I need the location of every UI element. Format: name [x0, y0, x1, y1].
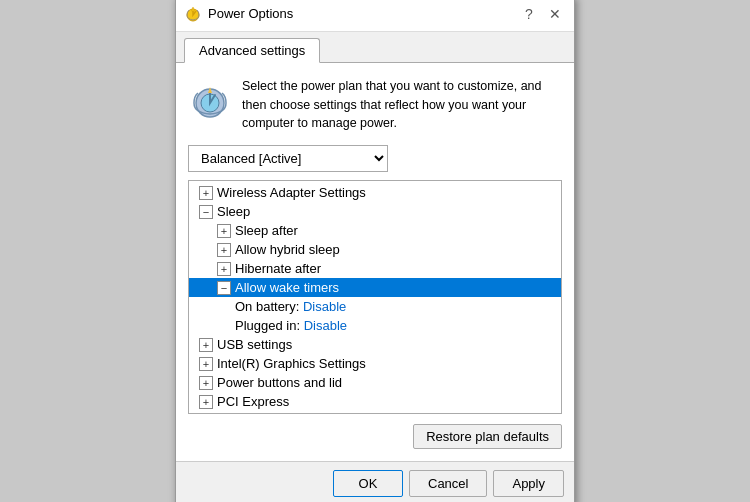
power-image	[188, 77, 232, 121]
tree-label-wake-timers: Allow wake timers	[235, 280, 339, 295]
tree-item-plugged-in[interactable]: Plugged in: Disable	[189, 316, 561, 335]
tree-item-sleep-after[interactable]: + Sleep after	[189, 221, 561, 240]
expand-icon-usb[interactable]: +	[199, 338, 213, 352]
tree-item-on-battery[interactable]: On battery: Disable	[189, 297, 561, 316]
restore-plan-defaults-button[interactable]: Restore plan defaults	[413, 424, 562, 449]
tree-item-hibernate[interactable]: + Hibernate after	[189, 259, 561, 278]
tree-item-sleep[interactable]: − Sleep	[189, 202, 561, 221]
tab-advanced-settings[interactable]: Advanced settings	[184, 38, 320, 63]
window-title: Power Options	[208, 6, 512, 21]
tree-item-power-buttons[interactable]: + Power buttons and lid	[189, 373, 561, 392]
expand-icon-hybrid-sleep[interactable]: +	[217, 243, 231, 257]
expand-icon-wake-timers[interactable]: −	[217, 281, 231, 295]
window-controls: ? ✕	[518, 3, 566, 25]
info-description: Select the power plan that you want to c…	[242, 77, 562, 133]
tree-label-sleep-after: Sleep after	[235, 223, 298, 238]
info-section: Select the power plan that you want to c…	[188, 73, 562, 137]
settings-tree: + Wireless Adapter Settings − Sleep + Sl…	[188, 180, 562, 414]
power-options-window: Power Options ? ✕ Advanced settings Sel	[175, 0, 575, 502]
plan-dropdown[interactable]: Balanced [Active] High performance Power…	[188, 145, 388, 172]
help-button[interactable]: ?	[518, 3, 540, 25]
dialog-content: Select the power plan that you want to c…	[176, 63, 574, 461]
dialog-footer: OK Cancel Apply	[176, 461, 574, 502]
expand-icon-hibernate[interactable]: +	[217, 262, 231, 276]
tree-label-intel-graphics: Intel(R) Graphics Settings	[217, 356, 366, 371]
expand-icon-power-buttons[interactable]: +	[199, 376, 213, 390]
expand-icon-sleep-after[interactable]: +	[217, 224, 231, 238]
tree-item-pci-express[interactable]: + PCI Express	[189, 392, 561, 411]
expand-icon-wireless[interactable]: +	[199, 186, 213, 200]
tabs-bar: Advanced settings	[176, 32, 574, 63]
tree-item-usb[interactable]: + USB settings	[189, 335, 561, 354]
tree-item-wake-timers[interactable]: − Allow wake timers	[189, 278, 561, 297]
window-icon	[184, 5, 202, 23]
tree-label-power-buttons: Power buttons and lid	[217, 375, 342, 390]
restore-row: Restore plan defaults	[188, 422, 562, 451]
tree-label-hibernate: Hibernate after	[235, 261, 321, 276]
on-battery-value[interactable]: Disable	[303, 299, 346, 314]
cancel-button[interactable]: Cancel	[409, 470, 487, 497]
tree-item-wireless[interactable]: + Wireless Adapter Settings	[189, 183, 561, 202]
plugged-in-value[interactable]: Disable	[304, 318, 347, 333]
close-button[interactable]: ✕	[544, 3, 566, 25]
tree-label-hybrid-sleep: Allow hybrid sleep	[235, 242, 340, 257]
tree-label-on-battery: On battery:	[235, 299, 303, 314]
expand-icon-intel-graphics[interactable]: +	[199, 357, 213, 371]
tree-label-pci-express: PCI Express	[217, 394, 289, 409]
tree-label-usb: USB settings	[217, 337, 292, 352]
tree-scroll-area[interactable]: + Wireless Adapter Settings − Sleep + Sl…	[189, 181, 561, 413]
tree-label-wireless: Wireless Adapter Settings	[217, 185, 366, 200]
tree-item-intel-graphics[interactable]: + Intel(R) Graphics Settings	[189, 354, 561, 373]
apply-button[interactable]: Apply	[493, 470, 564, 497]
plan-selector-row: Balanced [Active] High performance Power…	[188, 145, 562, 172]
tree-label-sleep: Sleep	[217, 204, 250, 219]
expand-icon-pci-express[interactable]: +	[199, 395, 213, 409]
ok-button[interactable]: OK	[333, 470, 403, 497]
tree-label-plugged-in: Plugged in:	[235, 318, 304, 333]
title-bar: Power Options ? ✕	[176, 0, 574, 32]
tree-item-hybrid-sleep[interactable]: + Allow hybrid sleep	[189, 240, 561, 259]
expand-icon-sleep[interactable]: −	[199, 205, 213, 219]
